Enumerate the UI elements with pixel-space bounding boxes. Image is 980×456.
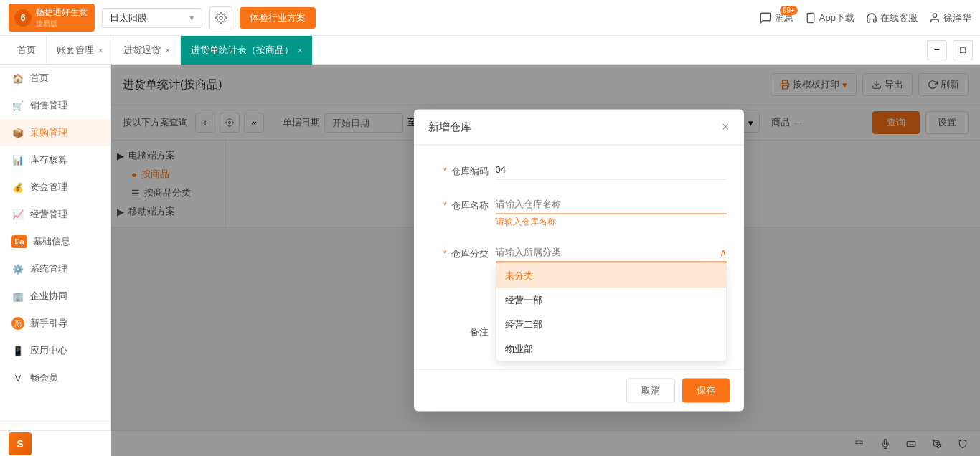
- finance-icon: 💰: [11, 181, 24, 194]
- dialog-close-button[interactable]: ×: [722, 120, 730, 135]
- cooperate-icon: 🏢: [11, 290, 24, 303]
- top-bar-right: 99+ 消息 App下载 在线客服 徐泽华: [759, 11, 971, 24]
- sidebar-label-sales: 销售管理: [30, 99, 67, 112]
- name-error-msg: 请输入仓库名称: [496, 216, 727, 228]
- tab-account[interactable]: 账套管理 ×: [47, 36, 113, 65]
- code-label: * 仓库编码: [431, 160, 489, 178]
- sidebar-item-inventory[interactable]: 📊 库存核算: [0, 146, 110, 174]
- classif-field-wrap: ∧ 未分类 经营一部 经营二部 物业部: [496, 242, 727, 263]
- classif-chevron-icon[interactable]: ∧: [720, 246, 727, 257]
- management-icon: 📈: [11, 208, 24, 221]
- dialog-body: * 仓库编码 * 仓库名称 请输入仓库名称: [414, 146, 744, 369]
- dropdown-item-dept3[interactable]: 物业部: [496, 337, 726, 361]
- online-service-label: 在线客服: [880, 11, 918, 24]
- code-input[interactable]: [496, 160, 727, 180]
- code-form-row: * 仓库编码: [431, 160, 727, 180]
- tab-purchase-stats-label: 进货单统计表（按商品）: [191, 44, 293, 57]
- dropdown-item-dept1[interactable]: 经营一部: [496, 288, 726, 313]
- sidebar-label-system: 系统管理: [30, 262, 67, 275]
- messages-item[interactable]: 99+ 消息: [759, 11, 793, 24]
- sidebar-label-home: 首页: [30, 72, 49, 85]
- tab-bar: 首页 账套管理 × 进货退货 × 进货单统计表（按商品） × − □: [0, 36, 980, 65]
- user-area[interactable]: 徐泽华: [929, 11, 971, 24]
- tab-purchase-return[interactable]: 进货退货 ×: [113, 36, 180, 65]
- save-button[interactable]: 保存: [682, 379, 730, 403]
- sidebar-label-inventory: 库存核算: [30, 153, 67, 166]
- sidebar-label-purchase: 采购管理: [30, 126, 67, 139]
- logo-icon: 6: [14, 9, 32, 27]
- member-icon: V: [11, 371, 24, 384]
- logo-sub: 捷易版: [36, 19, 88, 29]
- sidebar-label-basic-info: 基础信息: [33, 235, 70, 248]
- note-label: 备注: [431, 320, 489, 338]
- inventory-icon: 📊: [11, 153, 24, 166]
- name-required: *: [443, 200, 447, 211]
- user-name: 徐泽华: [943, 11, 971, 24]
- tab-bar-actions: − □: [927, 40, 973, 60]
- top-bar: 6 畅捷通好生意 捷易版 日太阳膜 ▾ 体验行业方案 99+ 消息 App下载 …: [0, 0, 980, 36]
- code-field-wrap: [496, 160, 727, 180]
- code-required: *: [443, 166, 447, 176]
- tab-minimize-button[interactable]: −: [927, 40, 947, 60]
- message-icon: [759, 11, 772, 24]
- cancel-button[interactable]: 取消: [626, 379, 675, 403]
- tab-purchase-stats-close[interactable]: ×: [298, 46, 302, 54]
- sidebar-item-finance[interactable]: 💰 资金管理: [0, 174, 110, 201]
- name-input[interactable]: [496, 194, 727, 214]
- app-download-item[interactable]: App下载: [805, 11, 854, 24]
- sidebar-item-sales[interactable]: 🛒 销售管理: [0, 92, 110, 119]
- sogou-logo: S: [9, 432, 32, 455]
- sales-icon: 🛒: [11, 99, 24, 112]
- system-icon: ⚙️: [11, 262, 24, 275]
- guide-icon: 新: [11, 317, 24, 330]
- sidebar-item-cooperate[interactable]: 🏢 企业协同: [0, 282, 110, 310]
- bottom-left: S: [9, 432, 32, 455]
- trial-button[interactable]: 体验行业方案: [240, 7, 316, 29]
- apps-icon: 📱: [11, 344, 24, 357]
- store-selector[interactable]: 日太阳膜 ▾: [102, 8, 202, 28]
- tab-purchase-stats[interactable]: 进货单统计表（按商品） ×: [181, 36, 313, 65]
- classif-dropdown: 未分类 经营一部 经营二部 物业部: [496, 263, 727, 362]
- svg-point-0: [220, 16, 222, 19]
- sidebar: 🏠 首页 🛒 销售管理 📦 采购管理 📊 库存核算 💰 资金管理 📈 经营管理 …: [0, 65, 111, 456]
- basic-info-icon: Ea: [11, 235, 27, 248]
- logo-text-area: 畅捷通好生意 捷易版: [36, 6, 88, 29]
- sidebar-item-basic-info[interactable]: Ea 基础信息: [0, 228, 110, 255]
- chevron-down-icon: ▾: [189, 12, 194, 23]
- content-area: 进货单统计(按商品) 按模板打印 ▾ 导出 刷新 按以下方案查询: [111, 65, 980, 456]
- dialog-header: 新增仓库 ×: [414, 110, 744, 146]
- logo-text: 畅捷通好生意: [36, 6, 88, 19]
- sidebar-item-management[interactable]: 📈 经营管理: [0, 201, 110, 228]
- sidebar-item-home[interactable]: 🏠 首页: [0, 65, 110, 92]
- tab-purchase-return-label: 进货退货: [123, 44, 161, 57]
- sidebar-label-member: 畅会员: [30, 371, 58, 384]
- online-service-item[interactable]: 在线客服: [866, 11, 918, 24]
- sidebar-item-guide[interactable]: 新 新手引导: [0, 310, 110, 337]
- tab-maximize-button[interactable]: □: [953, 40, 973, 60]
- classif-form-row: * 仓库分类 ∧ 未分类 经营一部 经营二部 物业部: [431, 242, 727, 263]
- sidebar-item-system[interactable]: ⚙️ 系统管理: [0, 255, 110, 282]
- sidebar-item-purchase[interactable]: 📦 采购管理: [0, 119, 110, 146]
- classif-input-row: ∧: [496, 242, 727, 263]
- gear-button[interactable]: [209, 6, 232, 29]
- home-icon: 🏠: [11, 72, 24, 85]
- sidebar-label-management: 经营管理: [30, 208, 67, 221]
- sidebar-label-apps: 应用中心: [30, 344, 67, 357]
- tab-purchase-return-close[interactable]: ×: [165, 46, 169, 54]
- add-warehouse-dialog: 新增仓库 × * 仓库编码 *: [414, 110, 744, 412]
- sidebar-label-guide: 新手引导: [30, 317, 67, 330]
- store-name: 日太阳膜: [110, 11, 147, 24]
- classif-input[interactable]: [496, 242, 720, 262]
- dropdown-item-dept2[interactable]: 经营二部: [496, 313, 726, 337]
- name-label: * 仓库名称: [431, 194, 489, 212]
- classif-required: *: [443, 248, 447, 259]
- sidebar-label-cooperate: 企业协同: [30, 290, 67, 303]
- tab-account-label: 账套管理: [57, 44, 94, 57]
- tab-account-close[interactable]: ×: [98, 46, 103, 54]
- sidebar-item-apps[interactable]: 📱 应用中心: [0, 337, 110, 364]
- tab-home[interactable]: 首页: [7, 36, 47, 65]
- main-layout: 🏠 首页 🛒 销售管理 📦 采购管理 📊 库存核算 💰 资金管理 📈 经营管理 …: [0, 65, 980, 456]
- dropdown-item-unclassified[interactable]: 未分类: [496, 264, 726, 288]
- gear-icon: [215, 12, 227, 24]
- sidebar-item-member[interactable]: V 畅会员: [0, 364, 110, 391]
